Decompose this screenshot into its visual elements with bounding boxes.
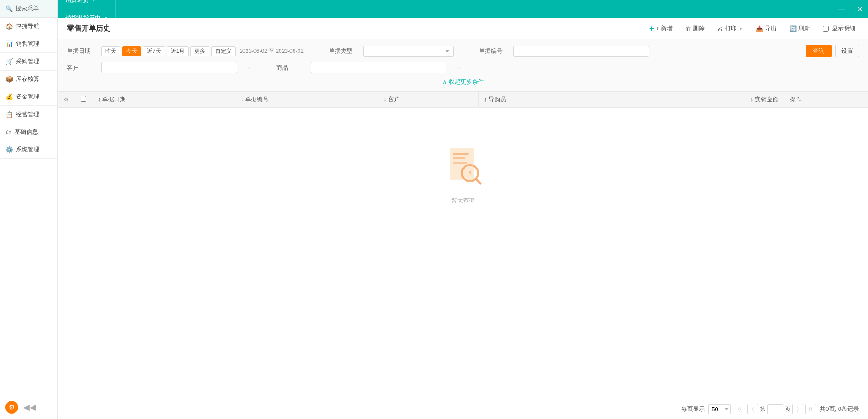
settings-gear-button[interactable]: ⚙ <box>5 401 18 414</box>
search-icon: 🔍 <box>5 5 13 12</box>
column-settings-icon[interactable]: ⚙ <box>63 96 69 103</box>
export-button[interactable]: 📤 导出 <box>752 23 780 34</box>
page-input[interactable]: 1 <box>767 404 783 414</box>
doc-type-select[interactable] <box>363 46 454 57</box>
sidebar-search[interactable]: 🔍 搜索采单 <box>0 0 57 18</box>
next-page-button[interactable]: ⟩ <box>792 404 803 414</box>
top-nav-right: — □ ✕ <box>832 5 868 14</box>
top-nav: 首页销售订单✕销货退货✕销货退货历史✕零售开单✕零售开单历史✕ — □ ✕ <box>58 0 868 18</box>
sidebar-item-inventory[interactable]: 📦库存核算 <box>0 71 57 88</box>
sidebar-item-basic-info[interactable]: 🗂基础信息 <box>0 123 57 141</box>
date-last-month-button[interactable]: 近1月 <box>167 46 189 56</box>
date-last7-button[interactable]: 近7天 <box>143 46 165 56</box>
sidebar-item-quick-nav[interactable]: 🏠快捷导航 <box>0 18 57 35</box>
filter-row-2: 客户 ··· 商品 ··· <box>67 62 859 73</box>
print-button[interactable]: 🖨 打印 ▼ <box>714 23 747 34</box>
svg-rect-1 <box>453 153 469 155</box>
th-date-label: ↕ 单据日期 <box>98 96 126 103</box>
sidebar-item-sales-mgmt[interactable]: 📊销售管理 <box>0 35 57 53</box>
sidebar-item-sys-mgmt[interactable]: ⚙️系统管理 <box>0 141 57 159</box>
tab-close-sales-return-history[interactable]: ✕ <box>104 15 108 21</box>
pagination: 每页显示 102050100 ⟨⟨ ⟨ 第 1 页 ⟩ ⟩⟩ 共0页, 0条记录 <box>58 399 868 419</box>
th-actual-amount-label: ↕ 实销金额 <box>750 96 778 103</box>
window-close-button[interactable]: ✕ <box>857 5 863 14</box>
th-customer[interactable]: ↕ 客户 <box>378 92 479 108</box>
data-table: ⚙ ↕ 单据日期 ↕ 单据编号 ↕ 客户 <box>58 92 868 108</box>
sidebar-icon-purchase-mgmt: 🛒 <box>5 58 13 65</box>
display-cols-checkbox[interactable] <box>823 26 829 32</box>
tab-sales-return[interactable]: 销货退货✕ <box>58 0 116 9</box>
sidebar-bottom: ⚙ ◀◀ <box>0 395 57 419</box>
tab-close-retail-open-history[interactable]: ✕ <box>104 52 108 57</box>
settings-button[interactable]: 设置 <box>835 45 859 57</box>
sidebar-item-finance[interactable]: 💰资金管理 <box>0 88 57 106</box>
query-button[interactable]: 查询 <box>806 45 832 57</box>
refresh-button[interactable]: 🔄 刷新 <box>786 23 814 34</box>
export-icon: 📤 <box>756 25 763 32</box>
table-wrapper: ⚙ ↕ 单据日期 ↕ 单据编号 ↕ 客户 <box>58 92 868 399</box>
print-dropdown-icon: ▼ <box>739 26 743 31</box>
customer-label: 客户 <box>67 64 94 72</box>
window-maximize-button[interactable]: □ <box>849 5 853 13</box>
first-page-button[interactable]: ⟨⟨ <box>735 404 745 414</box>
table-header-row: ⚙ ↕ 单据日期 ↕ 单据编号 ↕ 客户 <box>58 92 868 108</box>
sidebar-label-inventory: 库存核算 <box>16 75 39 83</box>
empty-text: 暂无数据 <box>451 196 475 204</box>
date-today-button[interactable]: 今天 <box>122 46 141 56</box>
toolbar: ✚ + 新增 🗑 删除 🖨 打印 ▼ 📤 导出 🔄 <box>645 23 859 34</box>
sidebar-icon-basic-info: 🗂 <box>5 128 12 136</box>
sidebar-icon-finance: 💰 <box>5 93 13 100</box>
th-customer-label: ↕ 客户 <box>384 96 400 103</box>
th-salesperson[interactable]: ↕ 导购员 <box>479 92 600 108</box>
add-icon: ✚ <box>649 25 654 32</box>
doc-type-label: 单据类型 <box>329 47 356 55</box>
sidebar-item-purchase-mgmt[interactable]: 🛒采购管理 <box>0 53 57 71</box>
th-salesperson-label: ↕ 导购员 <box>484 96 506 103</box>
date-more-button[interactable]: 更多 <box>190 46 209 56</box>
per-page-select[interactable]: 102050100 <box>708 404 731 414</box>
customer-input[interactable] <box>101 62 237 73</box>
delete-button[interactable]: 🗑 删除 <box>682 23 708 34</box>
th-gear[interactable]: ⚙ <box>58 92 75 108</box>
empty-icon: ? <box>441 144 486 189</box>
sidebar-label-quick-nav: 快捷导航 <box>16 22 39 30</box>
date-custom-button[interactable]: 自定义 <box>211 46 236 56</box>
collapse-up-icon: ∧ <box>442 79 447 85</box>
collapse-filter-button[interactable]: ∧ 收起更多条件 <box>67 78 859 86</box>
date-filter-label: 单据日期 <box>67 47 94 55</box>
tab-close-sales-return[interactable]: ✕ <box>92 0 96 3</box>
page-nav: ⟨⟨ ⟨ 第 1 页 ⟩ ⟩⟩ <box>735 404 816 414</box>
sidebar-icon-sys-mgmt: ⚙️ <box>5 146 13 153</box>
tab-label-sales-return: 销货退货 <box>65 0 89 4</box>
th-actual-amount[interactable]: ↕ 实销金额 <box>641 92 784 108</box>
goods-label: 商品 <box>276 64 304 72</box>
doc-no-input[interactable] <box>513 46 649 57</box>
filter-row-1: 单据日期 昨天 今天 近7天 近1月 更多 自定义 2023-06-02 至 2… <box>67 45 859 57</box>
select-all-checkbox[interactable] <box>81 96 86 102</box>
goods-more-dots[interactable]: ··· <box>455 64 460 71</box>
sidebar-label-finance: 资金管理 <box>16 93 39 101</box>
page-label: 第 <box>760 405 765 413</box>
display-cols-button[interactable]: 显示明细 <box>819 23 859 34</box>
svg-rect-3 <box>453 162 467 164</box>
sidebar-item-ops-mgmt[interactable]: 📋经营管理 <box>0 106 57 123</box>
prev-page-button[interactable]: ⟨ <box>747 404 758 414</box>
window-minimize-button[interactable]: — <box>838 5 845 13</box>
print-icon: 🖨 <box>717 25 723 32</box>
th-date[interactable]: ↕ 单据日期 <box>92 92 235 108</box>
th-checkbox <box>75 92 92 108</box>
sidebar-search-label: 搜索采单 <box>15 5 39 13</box>
date-options: 昨天 今天 近7天 近1月 更多 自定义 2023-06-02 至 2023-0… <box>101 46 304 56</box>
delete-icon: 🗑 <box>685 25 691 32</box>
sidebar-label-ops-mgmt: 经营管理 <box>16 110 39 118</box>
last-page-button[interactable]: ⟩⟩ <box>805 404 816 414</box>
tab-close-retail-open[interactable]: ✕ <box>92 33 96 39</box>
goods-input[interactable] <box>311 62 446 73</box>
customer-more-dots[interactable]: ··· <box>246 64 251 71</box>
th-action-label: 操作 <box>790 96 802 103</box>
add-button[interactable]: ✚ + 新增 <box>645 23 676 34</box>
page-header: 零售开单历史 ✚ + 新增 🗑 删除 🖨 打印 ▼ 📤 导出 <box>58 18 868 39</box>
svg-line-6 <box>476 179 480 184</box>
sidebar-collapse-button[interactable]: ◀◀ <box>24 402 36 412</box>
th-no[interactable]: ↕ 单据编号 <box>235 92 378 108</box>
